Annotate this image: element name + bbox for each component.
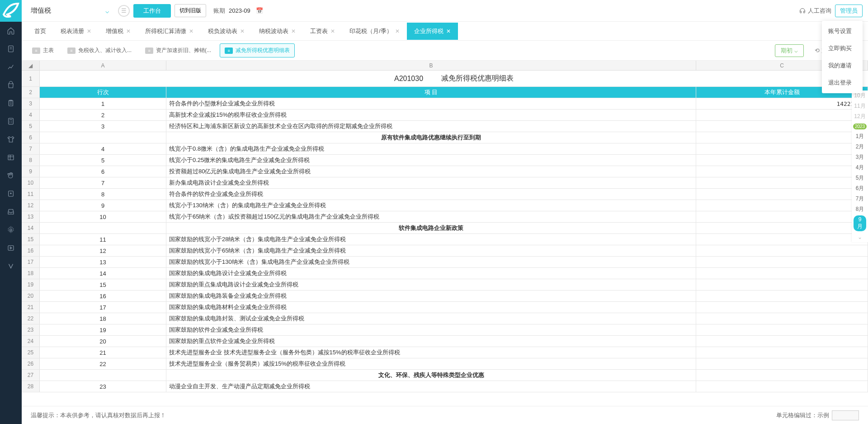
close-icon[interactable]: ✕ — [87, 28, 91, 34]
cell[interactable]: 23 — [40, 381, 166, 392]
cell[interactable]: 22 — [40, 358, 166, 369]
admin-menu-item-2[interactable]: 我的邀请 — [822, 57, 863, 74]
row-number[interactable]: 27 — [22, 370, 40, 381]
cell[interactable]: 2 — [40, 110, 166, 120]
cell[interactable]: 5 — [40, 155, 166, 166]
nav-hand-icon[interactable] — [0, 167, 22, 185]
cell[interactable] — [696, 143, 868, 154]
row-number[interactable]: 7 — [22, 143, 40, 154]
row-number[interactable]: 5 — [22, 121, 40, 132]
month-item[interactable]: 2月 — [852, 142, 868, 152]
cell[interactable]: 国家鼓励的软件企业减免企业所得税 — [166, 324, 696, 335]
row-number[interactable]: 16 — [22, 245, 40, 256]
row-number[interactable]: 15 — [22, 234, 40, 245]
cell[interactable]: 10 — [40, 211, 166, 222]
period-init-button[interactable]: 期初 ⌵ — [775, 44, 804, 57]
row-number[interactable]: 2 — [22, 87, 40, 98]
cell[interactable]: 国家鼓励的线宽小于28纳米（含）集成电路生产企业减免企业所得税 — [166, 234, 696, 245]
row-number[interactable]: 4 — [22, 110, 40, 120]
tab-2[interactable]: 增值税✕ — [99, 23, 138, 40]
row-number[interactable]: 23 — [22, 324, 40, 335]
cell[interactable] — [40, 370, 166, 381]
tab-4[interactable]: 税负波动表✕ — [201, 23, 252, 40]
spreadsheet[interactable]: ◢ A B C 1 A201030 减免所得税优惠明细表 2 行次 项 目 本年… — [22, 61, 868, 406]
row-number[interactable]: 18 — [22, 268, 40, 279]
row-number[interactable]: 13 — [22, 211, 40, 222]
subtab-0[interactable]: ≡主表 — [27, 43, 59, 57]
col-header-a[interactable]: A — [40, 61, 166, 70]
cell[interactable]: 14221.38 — [696, 98, 868, 109]
subtab-3[interactable]: ≡减免所得税优惠明细表 — [220, 43, 295, 57]
cell[interactable] — [696, 166, 868, 177]
cell[interactable]: 线宽小于0.25微米的集成电路生产企业减免企业所得税 — [166, 155, 696, 166]
month-item[interactable]: 8月 — [852, 204, 868, 214]
cell[interactable]: 国家鼓励的线宽小于130纳米（含）集成电路生产企业减免企业所得税 — [166, 257, 696, 267]
row-number[interactable]: 22 — [22, 313, 40, 324]
nav-gear-icon[interactable] — [0, 221, 22, 239]
col-header-b[interactable]: B — [166, 61, 696, 70]
cell[interactable] — [696, 336, 868, 347]
cell[interactable] — [696, 211, 868, 222]
nav-shirt-icon[interactable] — [0, 130, 22, 148]
tab-7[interactable]: 印花税（月/季）✕ — [342, 23, 407, 40]
tab-5[interactable]: 纳税波动表✕ — [252, 23, 303, 40]
cell[interactable]: 国家鼓励的集成电路材料企业减免企业所得税 — [166, 302, 696, 313]
example-input[interactable] — [832, 410, 859, 420]
select-all-corner[interactable]: ◢ — [22, 61, 40, 70]
nav-chart-icon[interactable] — [0, 58, 22, 76]
month-item[interactable]: 6月 — [852, 183, 868, 194]
row-number[interactable]: 21 — [22, 302, 40, 313]
month-item[interactable]: 9月 — [854, 215, 866, 231]
company-selector[interactable]: 增值税 ⌵ — [27, 5, 113, 17]
cell[interactable]: 国家鼓励的集成电路设计企业减免企业所得税 — [166, 268, 696, 279]
row-number[interactable]: 3 — [22, 98, 40, 109]
close-icon[interactable]: ✕ — [126, 28, 131, 34]
list-icon[interactable]: ☰ — [118, 5, 130, 17]
cell[interactable]: 技术先进型服务企业 技术先进型服务企业（服务外包类）减按15%的税率征收企业所得… — [166, 347, 696, 358]
row-number[interactable]: 14 — [22, 223, 40, 233]
cell[interactable] — [696, 189, 868, 200]
cell[interactable]: 国家鼓励的线宽小于65纳米（含）集成电路生产企业减免企业所得税 — [166, 245, 696, 256]
cell[interactable] — [696, 347, 868, 358]
month-item[interactable]: 5月 — [852, 173, 868, 183]
month-item[interactable]: 11月 — [852, 101, 868, 111]
cell[interactable]: 符合条件的软件企业减免企业所得税 — [166, 189, 696, 200]
nav-calc-icon[interactable] — [0, 112, 22, 130]
cell[interactable]: 投资额超过80亿元的集成电路生产企业减免企业所得税 — [166, 166, 696, 177]
row-number[interactable]: 24 — [22, 336, 40, 347]
cell[interactable] — [696, 381, 868, 392]
admin-menu-item-3[interactable]: 退出登录 — [822, 74, 863, 91]
cell[interactable]: 国家鼓励的重点集成电路设计企业减免企业所得税 — [166, 279, 696, 290]
tab-1[interactable]: 税表清册✕ — [53, 23, 99, 40]
cell[interactable]: 16 — [40, 291, 166, 301]
cell[interactable]: 17 — [40, 302, 166, 313]
cell[interactable]: 线宽小于130纳米（含）的集成电路生产企业减免企业所得税 — [166, 200, 696, 211]
cell[interactable]: 4 — [40, 143, 166, 154]
nav-doc-icon[interactable] — [0, 40, 22, 58]
cell[interactable]: 技术先进型服务企业（服务贸易类）减按15%的税率征收企业所得税 — [166, 358, 696, 369]
month-item[interactable]: 3月 — [852, 152, 868, 162]
tab-3[interactable]: 所得税汇算清缴✕ — [138, 23, 201, 40]
cell[interactable]: 动漫企业自主开发、生产动漫产品定期减免企业所得税 — [166, 381, 696, 392]
tab-6[interactable]: 工资表✕ — [303, 23, 342, 40]
consult-link[interactable]: 人工咨询 — [799, 7, 831, 15]
subtab-1[interactable]: ≡免税收入、减计收入... — [62, 43, 137, 57]
cell[interactable]: 11 — [40, 234, 166, 245]
cell[interactable]: 6 — [40, 166, 166, 177]
cell[interactable] — [696, 110, 868, 120]
nav-v-icon[interactable] — [0, 257, 22, 275]
row-number[interactable]: 1 — [22, 71, 40, 86]
cell[interactable]: 13 — [40, 257, 166, 267]
row-number[interactable]: 17 — [22, 257, 40, 267]
row-number[interactable]: 11 — [22, 189, 40, 200]
cell[interactable]: 8 — [40, 189, 166, 200]
row-number[interactable]: 25 — [22, 347, 40, 358]
cell[interactable] — [696, 291, 868, 301]
close-icon[interactable]: ✕ — [395, 28, 400, 34]
row-number[interactable]: 20 — [22, 291, 40, 301]
cell[interactable]: 原有软件集成电路优惠继续执行至到期 — [166, 132, 696, 143]
close-icon[interactable]: ✕ — [189, 28, 193, 34]
row-number[interactable]: 10 — [22, 177, 40, 188]
cell[interactable] — [696, 302, 868, 313]
nav-clipboard-icon[interactable] — [0, 94, 22, 112]
